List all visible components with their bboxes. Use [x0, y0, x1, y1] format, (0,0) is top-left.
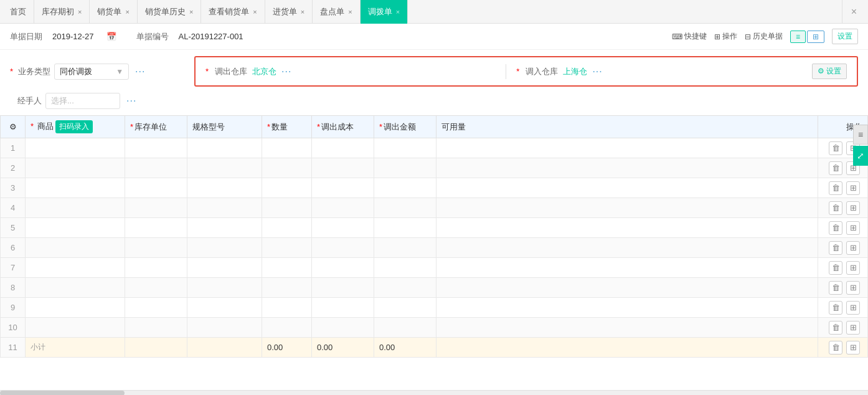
amount-cell[interactable]	[374, 318, 436, 338]
row-copy-btn[interactable]: ⊞	[846, 201, 860, 215]
cost-cell[interactable]	[312, 198, 374, 218]
spec-cell[interactable]	[187, 158, 262, 178]
row-delete-btn[interactable]: 🗑	[829, 181, 842, 195]
window-close-button[interactable]: ×	[842, 0, 866, 24]
row-delete-btn[interactable]: 🗑	[829, 221, 842, 235]
tab-inventory-init[interactable]: 库存期初 ×	[34, 0, 90, 24]
tab-purchase-close[interactable]: ×	[301, 8, 304, 16]
history-button[interactable]: ⊟ 历史单据	[745, 31, 783, 42]
amount-cell[interactable]	[374, 158, 436, 178]
scrollbar-thumb[interactable]	[0, 391, 125, 395]
setting-button[interactable]: 设置	[832, 29, 858, 44]
unit-cell[interactable]	[125, 198, 187, 218]
cost-cell[interactable]	[312, 158, 374, 178]
tab-view-sales[interactable]: 查看销货单 ×	[201, 0, 265, 24]
spec-cell[interactable]	[187, 318, 262, 338]
unit-cell[interactable]	[125, 278, 187, 298]
qty-cell[interactable]	[262, 198, 312, 218]
product-cell[interactable]	[26, 278, 125, 298]
row-delete-btn[interactable]: 🗑	[829, 161, 842, 175]
amount-cell[interactable]	[374, 178, 436, 198]
unit-cell[interactable]	[125, 238, 187, 258]
cost-cell[interactable]	[312, 318, 374, 338]
amount-cell[interactable]	[374, 218, 436, 238]
available-cell[interactable]	[436, 158, 818, 178]
available-cell[interactable]	[436, 218, 818, 238]
spec-cell[interactable]	[187, 278, 262, 298]
row-copy-btn[interactable]: ⊞	[846, 341, 860, 355]
product-cell[interactable]	[26, 298, 125, 318]
product-cell[interactable]	[26, 178, 125, 198]
operate-button[interactable]: ⊞ 操作	[714, 31, 737, 42]
qty-cell[interactable]	[262, 238, 312, 258]
grid-view-button[interactable]: ⊞	[807, 31, 824, 43]
product-cell[interactable]	[26, 198, 125, 218]
spec-cell[interactable]	[187, 138, 262, 158]
amount-cell[interactable]	[374, 238, 436, 258]
row-copy-btn[interactable]: ⊞	[846, 301, 860, 315]
qty-cell[interactable]	[262, 218, 312, 238]
qty-cell[interactable]	[262, 278, 312, 298]
spec-cell[interactable]	[187, 238, 262, 258]
unit-cell[interactable]	[125, 138, 187, 158]
warehouse-out-dots[interactable]: ···	[281, 66, 291, 77]
tab-stocktake-close[interactable]: ×	[348, 8, 352, 16]
qty-cell[interactable]	[262, 258, 312, 278]
amount-cell[interactable]	[374, 198, 436, 218]
spec-cell[interactable]	[187, 218, 262, 238]
cost-cell[interactable]	[312, 218, 374, 238]
warehouse-setting-button[interactable]: ⚙ 设置	[812, 64, 847, 79]
row-copy-btn[interactable]: ⊞	[846, 321, 860, 335]
cost-cell[interactable]	[312, 138, 374, 158]
available-cell[interactable]	[436, 238, 818, 258]
shortcut-button[interactable]: ⌨ 快捷键	[672, 31, 707, 42]
person-dots[interactable]: ···	[126, 95, 136, 107]
available-cell[interactable]	[436, 178, 818, 198]
cost-cell[interactable]	[312, 178, 374, 198]
row-delete-btn[interactable]: 🗑	[829, 321, 842, 335]
person-value[interactable]: 选择...	[45, 93, 120, 109]
scan-button[interactable]: 扫码录入	[55, 120, 93, 133]
tab-transfer-close[interactable]: ×	[396, 8, 400, 16]
available-cell[interactable]	[436, 278, 818, 298]
unit-cell[interactable]	[125, 178, 187, 198]
column-gear[interactable]: ⚙	[1, 116, 26, 138]
product-cell[interactable]	[26, 258, 125, 278]
tab-sales-order-close[interactable]: ×	[125, 8, 129, 16]
unit-cell[interactable]	[125, 158, 187, 178]
product-cell[interactable]	[26, 138, 125, 158]
available-cell[interactable]	[436, 318, 818, 338]
tab-purchase[interactable]: 进货单 ×	[265, 0, 313, 24]
float-list-btn[interactable]: ≡	[853, 125, 868, 145]
amount-cell[interactable]	[374, 298, 436, 318]
row-copy-btn[interactable]: ⊞	[846, 281, 860, 295]
unit-cell[interactable]	[125, 218, 187, 238]
float-external-btn[interactable]: ⤢	[853, 146, 868, 166]
unit-cell[interactable]	[125, 318, 187, 338]
business-type-dots[interactable]: ···	[135, 66, 145, 77]
available-cell[interactable]	[436, 198, 818, 218]
amount-cell[interactable]	[374, 278, 436, 298]
cost-cell[interactable]	[312, 258, 374, 278]
tab-transfer[interactable]: 调拨单 ×	[361, 0, 408, 24]
row-copy-btn[interactable]: ⊞	[846, 221, 860, 235]
product-cell[interactable]	[26, 218, 125, 238]
tab-view-sales-close[interactable]: ×	[253, 8, 257, 16]
row-delete-btn[interactable]: 🗑	[829, 301, 842, 315]
cost-cell[interactable]	[312, 298, 374, 318]
row-delete-btn[interactable]: 🗑	[829, 201, 842, 215]
tab-sales-order[interactable]: 销货单 ×	[90, 0, 137, 24]
row-delete-btn[interactable]: 🗑	[829, 261, 842, 275]
row-copy-btn[interactable]: ⊞	[846, 241, 860, 255]
cost-cell[interactable]	[312, 238, 374, 258]
row-delete-btn[interactable]: 🗑	[829, 241, 842, 255]
cost-cell[interactable]	[312, 278, 374, 298]
row-delete-btn[interactable]: 🗑	[829, 281, 842, 295]
unit-cell[interactable]	[125, 258, 187, 278]
amount-cell[interactable]	[374, 138, 436, 158]
available-cell[interactable]	[436, 258, 818, 278]
tab-home[interactable]: 首页	[2, 0, 34, 24]
available-cell[interactable]	[436, 298, 818, 318]
warehouse-in-dots[interactable]: ···	[592, 66, 602, 77]
unit-cell[interactable]	[125, 298, 187, 318]
